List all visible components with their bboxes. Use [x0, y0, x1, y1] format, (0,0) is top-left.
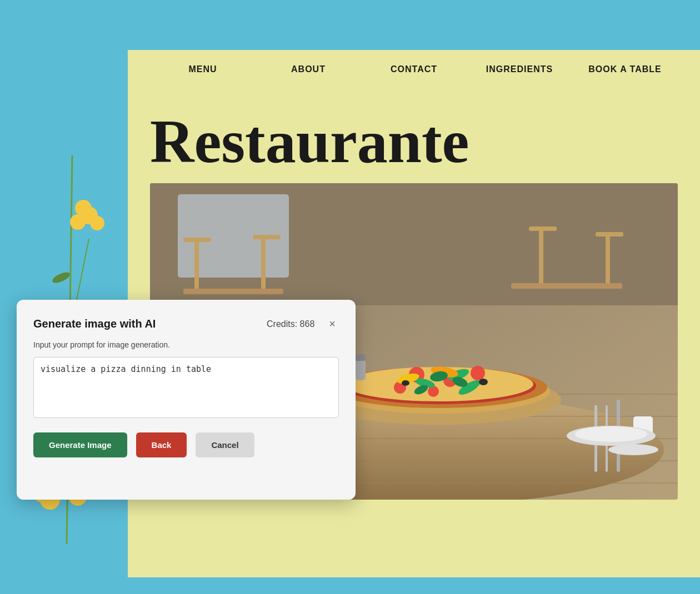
navigation-bar: MENU ABOUT CONTACT INGREDIENTS BOOK A TA…	[128, 50, 700, 89]
nav-ingredients[interactable]: INGREDIENTS	[467, 64, 572, 74]
svg-rect-27	[253, 235, 281, 239]
modal-action-buttons: Generate Image Back Cancel	[33, 432, 339, 457]
svg-rect-31	[596, 232, 623, 236]
svg-point-59	[402, 380, 409, 386]
svg-point-58	[479, 379, 488, 385]
modal-header: Generate image with AI Credits: 868 ×	[33, 316, 339, 331]
close-modal-button[interactable]: ×	[326, 316, 339, 331]
svg-point-20	[51, 270, 72, 285]
svg-rect-29	[529, 226, 557, 231]
nav-contact[interactable]: CONTACT	[361, 64, 467, 74]
svg-rect-30	[606, 233, 610, 289]
nav-about[interactable]: ABOUT	[256, 64, 361, 74]
svg-point-71	[575, 426, 647, 442]
svg-rect-28	[539, 228, 543, 283]
modal-title: Generate image with AI	[33, 318, 156, 330]
nav-menu[interactable]: MENU	[150, 64, 256, 74]
svg-rect-25	[183, 238, 211, 242]
prompt-input[interactable]	[33, 357, 339, 418]
svg-point-16	[90, 216, 104, 230]
ai-image-modal: Generate image with AI Credits: 868 × In…	[17, 300, 356, 500]
modal-prompt-instruction: Input your prompt for image generation.	[33, 340, 339, 349]
svg-rect-32	[183, 289, 283, 294]
hero-title: Restaurante	[128, 89, 700, 183]
svg-rect-26	[261, 236, 266, 291]
svg-rect-24	[194, 239, 199, 294]
svg-point-47	[471, 366, 485, 380]
svg-rect-65	[356, 354, 366, 361]
svg-rect-33	[511, 283, 622, 289]
svg-point-17	[75, 200, 92, 217]
nav-book-a-table[interactable]: BOOK A TABLE	[572, 64, 678, 74]
cancel-button[interactable]: Cancel	[196, 432, 254, 457]
generate-image-button[interactable]: Generate Image	[33, 432, 127, 457]
svg-point-72	[608, 444, 658, 455]
back-button[interactable]: Back	[136, 432, 187, 457]
modal-credits: Credits: 868	[267, 319, 314, 329]
